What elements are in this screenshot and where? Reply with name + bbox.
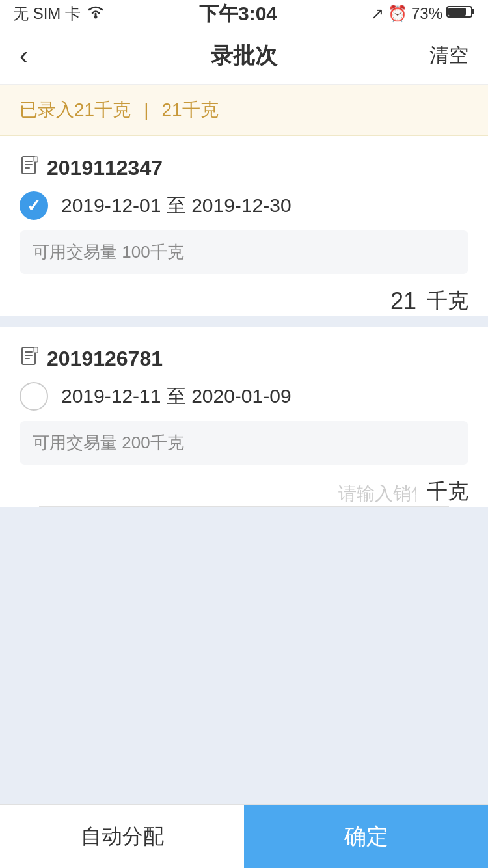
auto-distribute-button[interactable]: 自动分配: [0, 805, 244, 868]
svg-rect-13: [34, 347, 38, 353]
svg-rect-7: [25, 167, 30, 169]
svg-rect-10: [25, 351, 33, 353]
batch-date-row-2: 2019-12-11 至 2020-01-09: [20, 382, 468, 411]
status-left: 无 SIM 卡: [13, 3, 105, 24]
quantity-input-1[interactable]: [338, 288, 416, 315]
svg-point-0: [94, 16, 98, 19]
batch-doc-icon-1: [20, 156, 40, 181]
batch-date-row-1: 2019-12-01 至 2019-12-30: [20, 191, 468, 220]
batch-card-2: 2019126781 2019-12-11 至 2020-01-09 可用交易量…: [0, 327, 488, 507]
section-sep-1: [0, 316, 488, 327]
svg-rect-3: [448, 8, 466, 16]
batch-header-1: 2019112347: [20, 156, 468, 181]
recorded-label: 已录入21千克: [20, 98, 131, 122]
wifi-icon: [86, 5, 105, 23]
battery-text: 73%: [411, 5, 442, 23]
status-right: ↗ ⏰ 73%: [371, 5, 475, 23]
page-title: 录批次: [211, 41, 277, 71]
svg-rect-6: [25, 164, 33, 165]
svg-rect-12: [25, 358, 30, 359]
quantity-unit-1: 千克: [427, 287, 468, 316]
batch-card-1: 2019112347 2019-12-01 至 2019-12-30 可用交易量…: [0, 136, 488, 316]
batch-id-2: 2019126781: [47, 347, 163, 371]
confirm-button[interactable]: 确定: [244, 805, 488, 868]
battery-icon: [446, 5, 475, 23]
status-time: 下午3:04: [199, 1, 277, 27]
svg-rect-2: [472, 9, 474, 14]
nav-bar: ‹ 录批次 清空: [0, 27, 488, 85]
sim-status: 无 SIM 卡: [13, 3, 81, 24]
batch-date-2: 2019-12-11 至 2020-01-09: [61, 383, 291, 410]
back-button[interactable]: ‹: [20, 41, 59, 70]
empty-area: [0, 507, 488, 819]
batch-id-1: 2019112347: [47, 156, 163, 180]
batch-doc-icon-2: [20, 346, 40, 372]
bottom-bar: 自动分配 确定: [0, 804, 488, 868]
batch-quantity-row-2: 千克: [20, 465, 468, 506]
summary-divider: |: [144, 100, 148, 120]
quantity-input-2[interactable]: [338, 478, 416, 506]
alarm-icon: ⏰: [388, 5, 407, 23]
summary-amount: 21千克: [161, 98, 218, 122]
batch-quantity-row-1: 千克: [20, 274, 468, 316]
quantity-unit-2: 千克: [427, 478, 468, 506]
clear-button[interactable]: 清空: [429, 42, 468, 69]
summary-banner: 已录入21千克 | 21千克: [0, 85, 488, 136]
radio-2[interactable]: [20, 382, 48, 411]
content-wrapper: 2019112347 2019-12-01 至 2019-12-30 可用交易量…: [0, 136, 488, 868]
batch-available-1: 可用交易量 100千克: [20, 230, 468, 274]
status-bar: 无 SIM 卡 下午3:04 ↗ ⏰ 73%: [0, 0, 488, 27]
svg-rect-11: [25, 355, 33, 356]
radio-1[interactable]: [20, 191, 48, 220]
svg-rect-8: [34, 157, 38, 162]
batch-header-2: 2019126781: [20, 346, 468, 372]
batch-date-1: 2019-12-01 至 2019-12-30: [61, 193, 291, 219]
location-icon: ↗: [371, 5, 384, 23]
svg-rect-5: [25, 161, 33, 162]
batch-available-2: 可用交易量 200千克: [20, 421, 468, 465]
